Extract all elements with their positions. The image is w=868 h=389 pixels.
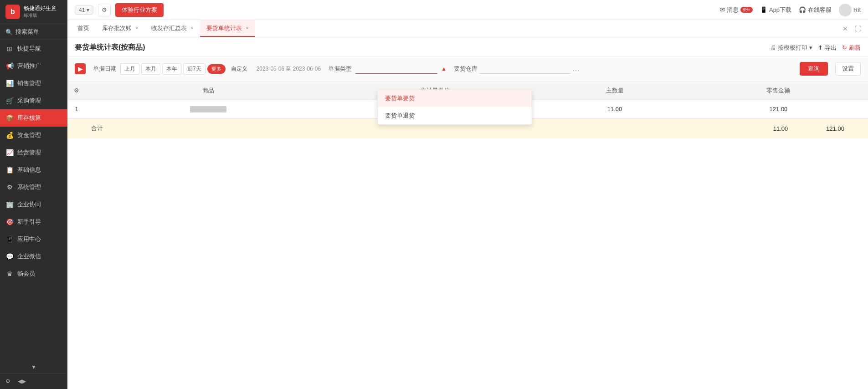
col-goods: 商品: [86, 82, 331, 100]
sidebar-item-app-center[interactable]: 📱 应用中心: [0, 230, 67, 248]
main-area: 41 ▾ ⚙ 体验行业方案 ✉ 消息 99+ 📱 App下载 🎧 在线客服 R: [67, 0, 868, 389]
wechat-icon: 💬: [5, 252, 14, 261]
sidebar-footer: ⚙ ◀▶: [0, 373, 67, 389]
row-qty: 11.00: [540, 100, 689, 118]
sidebar-item-inventory[interactable]: 📦 库存核算: [0, 109, 67, 127]
sidebar-item-guide[interactable]: 🎯 新手引导: [0, 213, 67, 230]
logo-icon: b: [5, 5, 20, 19]
sidebar-item-marketing[interactable]: 📢 营销推广: [0, 57, 67, 75]
sidebar-item-enterprise[interactable]: 🏢 企业协同: [0, 196, 67, 213]
page-actions: 🖨 按模板打印 ▾ ⬆ 导出 ↻ 刷新: [770, 44, 861, 52]
scroll-down-arrow[interactable]: ▼: [0, 363, 67, 371]
guide-icon: 🎯: [5, 218, 14, 226]
refresh-btn[interactable]: ↻ 刷新: [842, 44, 861, 52]
doc-type-input[interactable]: [355, 64, 437, 74]
sidebar-item-label: 应用中心: [17, 235, 41, 243]
doc-type-filter-group: 单据类型 ▲: [328, 64, 447, 74]
system-icon: ⚙: [5, 183, 14, 191]
sidebar-item-quick-nav[interactable]: ⊞ 快捷导航: [0, 40, 67, 57]
print-label: 按模板打印: [778, 44, 807, 52]
tab-receivable-summary[interactable]: 收发存汇总表 ×: [145, 20, 200, 37]
message-icon: ✉: [720, 6, 725, 13]
refresh-icon: ↻: [842, 44, 847, 51]
app-center-icon: 📱: [5, 235, 14, 243]
sidebar-item-label: 基础信息: [17, 166, 41, 174]
collapse-footer-btn[interactable]: ◀▶: [18, 378, 26, 384]
print-btn[interactable]: 🖨 按模板打印 ▾: [770, 44, 812, 52]
marketing-icon: 📢: [5, 62, 14, 70]
tab-order-label: 要货单统计表: [206, 24, 242, 32]
basic-icon: 📋: [5, 166, 14, 174]
logo-area: b 畅捷通好生意 标准版: [0, 0, 67, 24]
tab-receivable-close[interactable]: ×: [190, 25, 194, 31]
online-service-label: 在线客服: [808, 6, 832, 14]
gear-button[interactable]: ⚙: [98, 4, 111, 16]
sidebar-item-operation[interactable]: 📈 经营管理: [0, 144, 67, 161]
this-year-btn[interactable]: 本年: [162, 63, 181, 75]
download-icon: 📱: [760, 6, 767, 13]
print-icon: 🖨: [770, 44, 776, 51]
col-settings[interactable]: ⚙: [67, 82, 86, 100]
tab-order-close[interactable]: ×: [246, 25, 249, 31]
expand-filter-btn[interactable]: ▶: [75, 63, 86, 74]
custom-btn[interactable]: 自定义: [227, 64, 251, 74]
online-service-btn[interactable]: 🎧 在线客服: [799, 6, 832, 14]
export-label: 导出: [825, 44, 837, 52]
sidebar-item-wechat[interactable]: 💬 企业微信: [0, 248, 67, 265]
warehouse-more-icon[interactable]: …: [572, 65, 580, 73]
doc-type-label: 单据类型: [328, 65, 352, 73]
tabs-bar: 首页 库存批次账 × 收发存汇总表 × 要货单统计表 × ✕ ⛶: [67, 20, 868, 37]
search-menu[interactable]: 🔍 搜索菜单: [0, 24, 67, 40]
version-badge[interactable]: 41 ▾: [75, 5, 93, 15]
version-num: 41: [79, 7, 85, 13]
sidebar-item-label: 经营管理: [17, 148, 41, 157]
query-btn[interactable]: 查询: [800, 62, 828, 76]
last-month-btn[interactable]: 上月: [120, 63, 139, 75]
doc-type-dropdown-arrow[interactable]: ▲: [441, 66, 447, 72]
app-download-label: App下载: [769, 6, 791, 14]
sidebar-item-vip[interactable]: ♛ 畅会员: [0, 265, 67, 282]
more-btn[interactable]: 更多: [207, 64, 226, 74]
messages-btn[interactable]: ✉ 消息 99+: [720, 6, 753, 14]
col-amount: 零售金额: [689, 82, 868, 100]
user-area[interactable]: Rit: [839, 4, 861, 16]
export-icon: ⬆: [818, 44, 823, 51]
tab-home[interactable]: 首页: [71, 20, 96, 37]
dropdown-item-label: 要货单要货: [385, 94, 415, 102]
inventory-icon: 📦: [5, 114, 14, 122]
warehouse-input[interactable]: [479, 64, 570, 74]
messages-badge: 99+: [740, 7, 753, 13]
tab-batch-close[interactable]: ×: [135, 25, 139, 31]
sidebar-item-finance[interactable]: 💰 资金管理: [0, 127, 67, 144]
7days-btn[interactable]: 近7天: [183, 63, 205, 75]
row-amount: 121.00: [689, 100, 868, 118]
vip-icon: ♛: [5, 270, 14, 278]
app-sub: 标准版: [24, 12, 56, 19]
page-header: 要货单统计表(按商品) 🖨 按模板打印 ▾ ⬆ 导出 ↻ 刷新: [67, 37, 868, 56]
sidebar-item-purchase[interactable]: 🛒 采购管理: [0, 92, 67, 109]
messages-label: 消息: [727, 6, 739, 14]
sidebar-item-sales[interactable]: 📊 销售管理: [0, 75, 67, 92]
this-month-btn[interactable]: 本月: [141, 63, 160, 75]
settings-footer-btn[interactable]: ⚙: [5, 378, 10, 384]
sidebar-item-label: 畅会员: [17, 270, 35, 278]
maximize-window-btn[interactable]: ⛶: [853, 24, 863, 33]
tab-batch-account[interactable]: 库存批次账 ×: [96, 20, 145, 37]
search-label: 搜索菜单: [15, 28, 39, 36]
topbar-right: ✉ 消息 99+ 📱 App下载 🎧 在线客服 Rit: [720, 4, 861, 16]
dropdown-item-order-return[interactable]: 要货单退货: [378, 107, 532, 124]
sidebar-item-label: 库存核算: [17, 114, 41, 122]
export-btn[interactable]: ⬆ 导出: [818, 44, 837, 52]
trial-btn[interactable]: 体验行业方案: [115, 3, 164, 17]
tab-order-stats[interactable]: 要货单统计表 ×: [200, 20, 255, 37]
footer-amount: 121.00: [808, 125, 863, 132]
close-window-btn[interactable]: ✕: [841, 24, 850, 33]
app-download-btn[interactable]: 📱 App下载: [760, 6, 791, 14]
dropdown-item-order-goods[interactable]: 要货单要货: [378, 90, 532, 107]
filter-bar: ▶ 单据日期 上月 本月 本年 近7天 更多 自定义 2023-05-06 至 …: [67, 56, 868, 82]
sidebar-item-system[interactable]: ⚙ 系统管理: [0, 179, 67, 196]
sidebar-item-basic[interactable]: 📋 基础信息: [0, 161, 67, 179]
set-btn[interactable]: 设置: [835, 62, 861, 76]
purchase-icon: 🛒: [5, 97, 14, 105]
sidebar-item-label: 系统管理: [17, 183, 41, 191]
